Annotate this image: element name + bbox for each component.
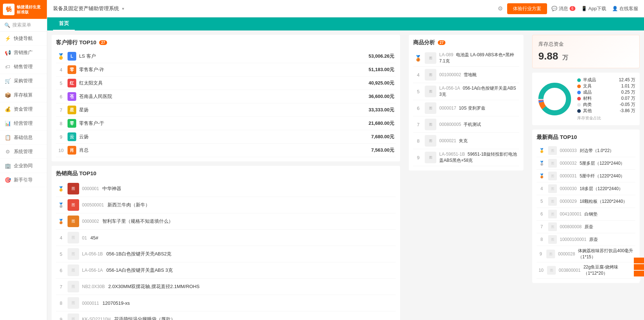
settings-icon[interactable]: ⚙ bbox=[498, 5, 503, 12]
legend-dot bbox=[577, 109, 581, 113]
rank-num: 7 bbox=[57, 107, 65, 113]
experience-button[interactable]: 体验行业方案 bbox=[507, 3, 547, 14]
rank-num: 8 bbox=[415, 138, 422, 144]
message-button[interactable]: 💬 消息 6 bbox=[551, 5, 575, 12]
rank-amount: 36,600.00元 bbox=[368, 93, 394, 100]
svg-point-1 bbox=[541, 85, 568, 113]
rank-num: 6 bbox=[415, 106, 422, 111]
table-row: 8 零 零售客户-于 21,680.00元 bbox=[56, 117, 396, 130]
inventory-title: 库存总资金 bbox=[538, 41, 633, 48]
product-image: 图 bbox=[548, 159, 557, 168]
rank-amount: 33,333.00元 bbox=[368, 107, 394, 113]
rank-num: 4 bbox=[57, 67, 65, 73]
product-rank: 6 bbox=[57, 268, 65, 273]
rank-name: 云扬 bbox=[79, 134, 368, 140]
hot-products-title: 热销商品 TOP10 bbox=[56, 170, 396, 177]
online-service-button[interactable]: 👤 在线客服 bbox=[612, 5, 638, 12]
product-image: 图 bbox=[548, 184, 557, 193]
sidebar-item-enterprise[interactable]: 🏢 企业协同 bbox=[0, 159, 47, 173]
inventory-icon: 📦 bbox=[4, 92, 11, 98]
quick-nav-icon: ⚡ bbox=[4, 35, 11, 42]
sidebar-item-marketing[interactable]: 📢 营销推广 bbox=[0, 46, 47, 60]
sidebar-item-label: 资金管理 bbox=[14, 106, 33, 112]
sidebar-item-basic-info[interactable]: 📋 基础信息 bbox=[0, 131, 47, 145]
dropdown-icon[interactable]: ▾ bbox=[122, 6, 124, 11]
sidebar-item-label: 系统管理 bbox=[14, 148, 33, 155]
topbar: 装备及固定资产辅助管理系统 ▾ ⚙ 体验行业方案 💬 消息 6 📱 App下载 … bbox=[47, 0, 644, 17]
product-image: 图 bbox=[425, 52, 436, 64]
sidebar-item-sales[interactable]: 🏷 销售管理 bbox=[0, 60, 47, 74]
sidebar-item-label: 新手引导 bbox=[14, 177, 33, 183]
sidebar-item-guide[interactable]: 🎯 新手引导 bbox=[0, 173, 47, 187]
product-info: LA-056-1A 056-1A白色按键开关盖ABS 3克 bbox=[82, 267, 394, 274]
product-row: 🥇 图 0000001 中华神器 bbox=[56, 181, 396, 197]
sidebar-item-label: 基础信息 bbox=[14, 134, 33, 141]
product-info: 01 45# bbox=[82, 235, 394, 241]
rank-badge: L bbox=[68, 52, 76, 61]
message-badge: 6 bbox=[570, 6, 575, 11]
rank-num: 9 bbox=[538, 251, 543, 257]
main-area: 装备及固定资产辅助管理系统 ▾ ⚙ 体验行业方案 💬 消息 6 📱 App下载 … bbox=[47, 0, 644, 320]
sidebar-item-finance[interactable]: 💰 资金管理 bbox=[0, 102, 47, 116]
product-rank: 4 bbox=[57, 235, 65, 241]
sidebar-item-management[interactable]: 📊 经营管理 bbox=[0, 116, 47, 131]
new-products-card: 最新商品 TOP10 🥇 图 0000033 封边带（1.0*22） 🥈 图 0… bbox=[532, 130, 640, 283]
product-image: 图 bbox=[548, 146, 557, 155]
legend-item: 文具 1.01 万 bbox=[577, 83, 635, 89]
tab-home[interactable]: 首页 bbox=[53, 17, 75, 30]
customer-ranking-table: 🥇 L LS 客户 53,006.26元 4 零 零售客户-许 51,183.0… bbox=[56, 50, 396, 157]
rank-name: 零售客户-许 bbox=[79, 66, 366, 73]
list-item: 5 图 0000029 18颗粒板（1220*2440） bbox=[537, 195, 635, 208]
chart-subtitle: 库存资金占比 bbox=[577, 115, 635, 121]
product-row: 5 图 LA-056-1B 056-1B白色按键开关壳ABS2克 bbox=[56, 246, 396, 262]
legend-item: 半成品 12.45 万 bbox=[577, 77, 635, 83]
top-products-title: 商品分析 27 bbox=[413, 39, 519, 46]
right-panel: 库存总资金 9.88 万 bbox=[528, 30, 644, 320]
rank-name: 苍南县人民医院 bbox=[79, 93, 366, 100]
product-image: 图 bbox=[548, 172, 557, 180]
system-icon: ⚙ bbox=[4, 148, 11, 155]
legend-item: 材料 0.07 万 bbox=[577, 95, 635, 102]
product-info: NB2.0X30B 2.0X30MM双摆花轴,摆花直径2.1MM/ROHS bbox=[82, 283, 394, 290]
rank-medal: 🥈 bbox=[538, 161, 545, 166]
rank-num: 6 bbox=[57, 94, 65, 99]
sidebar-search-label: 搜索菜单 bbox=[12, 22, 31, 28]
management-icon: 📊 bbox=[4, 120, 11, 127]
sidebar-item-system[interactable]: ⚙ 系统管理 bbox=[0, 145, 47, 159]
sidebar-item-quick-nav[interactable]: ⚡ 快捷导航 bbox=[0, 32, 47, 46]
table-row: 4 零 零售客户-许 51,183.00元 bbox=[56, 63, 396, 77]
product-image-placeholder: 图 bbox=[68, 281, 79, 292]
sidebar-search[interactable]: 🔍 搜索菜单 bbox=[0, 19, 47, 32]
sidebar-item-inventory[interactable]: 📦 库存核算 bbox=[0, 88, 47, 102]
float-btn-live[interactable]: 直播 bbox=[634, 271, 644, 276]
legend-item: 肉类 -0.05 万 bbox=[577, 102, 635, 108]
list-item: 7 图 000800008 原壶 bbox=[537, 221, 635, 233]
product-row: 8 图 0000011 12070519-xs bbox=[56, 295, 396, 311]
sidebar-item-purchase[interactable]: 🛒 采购管理 bbox=[0, 74, 47, 88]
product-image: 图 bbox=[425, 69, 436, 81]
rank-badge: 肖 bbox=[68, 146, 76, 155]
sidebar-item-label: 库存核算 bbox=[14, 92, 33, 98]
rank-badge: 红 bbox=[68, 79, 76, 87]
table-row: 5 红 红太阳文具 40,925.00元 bbox=[56, 77, 396, 90]
sidebar-logo: 畅 畅捷通好生意 标准版 bbox=[0, 0, 47, 19]
product-info: 0000017 10S 变刹罗兹 bbox=[439, 105, 518, 111]
float-btn-service[interactable]: 客服热线 bbox=[634, 258, 644, 263]
product-row: 6 图 LA-056-1A 056-1A白色按键开关盖ABS 3克 bbox=[56, 262, 396, 279]
sidebar-item-label: 营销推广 bbox=[14, 49, 33, 56]
app-download-button[interactable]: 📱 App下载 bbox=[581, 5, 606, 12]
product-rank: 🥇 bbox=[57, 186, 65, 192]
product-info: 0000011 12070519-xs bbox=[82, 300, 394, 306]
list-item: 🥈 图 0000032 5厘多层（1220*2440） bbox=[537, 157, 635, 170]
product-row: 🥈 图 000500001 新西兰牛肉（新牛） bbox=[56, 197, 396, 213]
rank-badge: 零 bbox=[68, 65, 76, 74]
legend-item: 成品 0.25 万 bbox=[577, 89, 635, 95]
product-rank: 🥈 bbox=[57, 202, 65, 208]
rank-num: 9 bbox=[57, 134, 65, 140]
customer-ranking-badge: 27 bbox=[99, 40, 107, 45]
float-btn-community[interactable]: 服务社区 bbox=[634, 264, 644, 270]
sales-icon: 🏷 bbox=[4, 63, 11, 70]
topbar-right: 💬 消息 6 📱 App下载 👤 在线客服 bbox=[551, 5, 638, 12]
rank-num: 4 bbox=[538, 186, 545, 191]
list-item: 10 图 003800001 22g鱼豆腐-烧烤味（1*12*20） bbox=[537, 262, 635, 279]
